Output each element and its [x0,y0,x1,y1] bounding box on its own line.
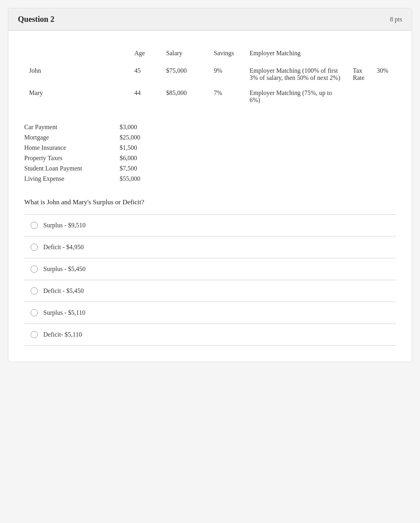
expense-value: $7,500 [120,165,137,172]
list-item: Home Insurance $1,500 [24,144,396,151]
john-salary: $75,000 [161,63,209,85]
answer-text: Deficit - $4,950 [43,244,84,251]
table-row: John 45 $75,000 9% Employer Matching (10… [24,63,396,85]
answer-text: Surplus - $5,450 [43,265,85,273]
list-item: Living Expense $55,000 [24,175,396,182]
col-header-age: Age [130,46,161,63]
question-header: Question 2 8 pts [8,8,412,31]
radio-button[interactable] [31,265,38,273]
expense-label: Home Insurance [24,144,104,151]
answer-item[interactable]: Surplus - $9,510 [24,215,396,236]
question-title: Question 2 [18,15,54,24]
expense-value: $25,000 [120,134,140,141]
mary-savings: 7% [209,85,245,108]
question-points: 8 pts [390,16,402,23]
answer-item[interactable]: Deficit- $5,110 [24,324,396,346]
list-item: Mortgage $25,000 [24,134,396,141]
answer-item[interactable]: Deficit - $4,950 [24,236,396,258]
radio-button[interactable] [31,244,38,251]
answer-item[interactable]: Surplus - $5,450 [24,258,396,280]
col-header-taxvalue [372,46,396,63]
john-age: 45 [130,63,161,85]
mary-name: Mary [24,85,130,108]
page-container: Question 2 8 pts Age Salary Savings Empl… [8,8,412,362]
col-header-name [24,46,130,63]
expense-label: Property Taxes [24,155,104,162]
col-header-matching: Employer Matching [245,46,348,63]
mary-salary: $85,000 [161,85,209,108]
expenses-section: Car Payment $3,000 Mortgage $25,000 Home… [24,124,396,182]
question-text: What is John and Mary's Surplus or Defic… [24,198,396,206]
tax-rate-label: Tax Rate [348,63,372,85]
question-content: Age Salary Savings Employer Matching Joh… [8,31,412,362]
expense-label: Car Payment [24,124,104,131]
tax-rate-value: 30% [372,63,396,85]
radio-button[interactable] [31,287,38,294]
expense-value: $55,000 [120,175,140,182]
col-header-salary: Salary [161,46,209,63]
mary-tax-label [348,85,372,108]
mary-age: 44 [130,85,161,108]
col-header-taxlabel [348,46,372,63]
answer-item[interactable]: Deficit - $5,450 [24,280,396,302]
radio-button[interactable] [31,222,38,229]
radio-button[interactable] [31,331,38,338]
expense-label: Student Loan Payment [24,165,104,172]
john-name: John [24,63,130,85]
expense-value: $6,000 [120,155,137,162]
table-row: Mary 44 $85,000 7% Employer Matching (75… [24,85,396,108]
john-matching: Employer Matching (100% of first 3% of s… [245,63,348,85]
mary-matching: Employer Matching (75%, up to 6%) [245,85,348,108]
answer-list: Surplus - $9,510 Deficit - $4,950 Surplu… [24,214,396,346]
list-item: Car Payment $3,000 [24,124,396,131]
expense-value: $1,500 [120,144,137,151]
list-item: Property Taxes $6,000 [24,155,396,162]
data-table: Age Salary Savings Employer Matching Joh… [24,46,396,108]
answer-text: Surplus - $5,110 [43,309,85,316]
answer-text: Surplus - $9,510 [43,222,85,229]
list-item: Student Loan Payment $7,500 [24,165,396,172]
col-header-savings: Savings [209,46,245,63]
expense-label: Mortgage [24,134,104,141]
expense-label: Living Expense [24,175,104,182]
john-savings: 9% [209,63,245,85]
radio-button[interactable] [31,309,38,316]
answer-item[interactable]: Surplus - $5,110 [24,302,396,324]
mary-tax-value [372,85,396,108]
expense-value: $3,000 [120,124,137,131]
answer-text: Deficit - $5,450 [43,287,84,294]
answer-text: Deficit- $5,110 [43,331,82,338]
